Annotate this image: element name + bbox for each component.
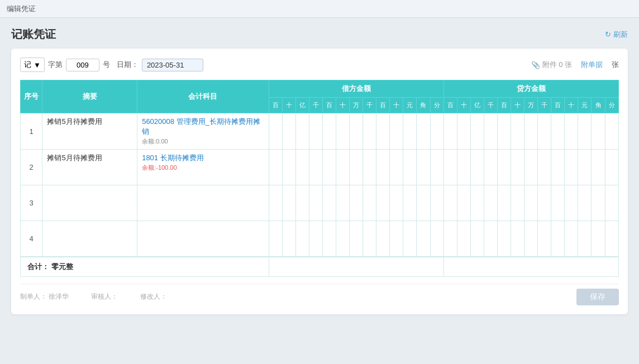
debit-digit-cell[interactable] [376,113,390,150]
debit-digit-cell[interactable] [363,221,376,257]
credit-digit-cell[interactable] [538,150,551,185]
credit-digit-cell[interactable] [578,113,592,150]
row-summary[interactable]: 摊销5月待摊费用 [42,150,137,185]
debit-digit-cell[interactable] [376,185,390,221]
table-row[interactable]: 2摊销5月待摊费用1801 长期待摊费用余额:-100.00 [21,150,619,185]
zi-input[interactable] [66,59,99,71]
credit-digit-cell[interactable] [565,113,578,150]
debit-digit-cell[interactable] [403,150,417,185]
credit-digit-cell[interactable] [497,185,511,221]
debit-digit-cell[interactable] [269,221,282,257]
credit-digit-cell[interactable] [457,221,470,257]
row-summary[interactable]: 摊销5月待摊费用 [42,113,137,150]
debit-digit-cell[interactable] [403,185,417,221]
credit-digit-cell[interactable] [470,221,484,257]
debit-digit-cell[interactable] [309,113,322,150]
credit-digit-cell[interactable] [444,150,457,185]
credit-digit-cell[interactable] [551,185,565,221]
debit-digit-cell[interactable] [350,221,363,257]
row-summary[interactable] [42,185,137,221]
debit-digit-cell[interactable] [363,185,376,221]
row-account[interactable] [137,185,269,221]
credit-digit-cell[interactable] [457,185,470,221]
debit-digit-cell[interactable] [322,185,336,221]
debit-digit-cell[interactable] [269,113,282,150]
debit-digit-cell[interactable] [417,113,430,150]
credit-digit-cell[interactable] [484,185,497,221]
ji-select[interactable]: 记 ▼ [20,58,45,72]
credit-digit-cell[interactable] [592,221,605,257]
credit-digit-cell[interactable] [551,150,565,185]
credit-digit-cell[interactable] [565,185,578,221]
credit-digit-cell[interactable] [538,221,551,257]
credit-digit-cell[interactable] [497,150,511,185]
debit-digit-cell[interactable] [417,185,430,221]
attach-button[interactable]: 📎 附件 0 张 [531,60,572,70]
credit-digit-cell[interactable] [511,113,524,150]
table-row[interactable]: 4 [21,221,619,257]
debit-digit-cell[interactable] [282,221,295,257]
credit-digit-cell[interactable] [605,221,618,257]
row-summary[interactable] [42,221,137,257]
credit-digit-cell[interactable] [497,221,511,257]
debit-digit-cell[interactable] [295,221,309,257]
debit-digit-cell[interactable] [322,150,336,185]
credit-digit-cell[interactable] [470,185,484,221]
debit-digit-cell[interactable] [430,150,444,185]
debit-digit-cell[interactable] [390,113,403,150]
credit-digit-cell[interactable] [538,113,551,150]
debit-digit-cell[interactable] [336,221,349,257]
debit-digit-cell[interactable] [282,185,295,221]
table-row[interactable]: 1摊销5月待摊费用56020008 管理费用_长期待摊费用摊销余额:0.00 [21,113,619,150]
debit-digit-cell[interactable] [336,185,349,221]
row-account[interactable]: 56020008 管理费用_长期待摊费用摊销余额:0.00 [137,113,269,150]
debit-digit-cell[interactable] [309,185,322,221]
debit-digit-cell[interactable] [376,150,390,185]
debit-digit-cell[interactable] [295,113,309,150]
debit-digit-cell[interactable] [403,113,417,150]
debit-digit-cell[interactable] [295,185,309,221]
debit-digit-cell[interactable] [363,113,376,150]
credit-digit-cell[interactable] [484,113,497,150]
debit-digit-cell[interactable] [350,185,363,221]
debit-digit-cell[interactable] [269,185,282,221]
debit-digit-cell[interactable] [390,185,403,221]
credit-digit-cell[interactable] [470,113,484,150]
save-button[interactable]: 保存 [576,289,619,305]
credit-digit-cell[interactable] [444,185,457,221]
credit-digit-cell[interactable] [592,185,605,221]
debit-digit-cell[interactable] [350,113,363,150]
credit-digit-cell[interactable] [538,185,551,221]
attach-single-button[interactable]: 附单据 [581,60,603,70]
debit-digit-cell[interactable] [309,150,322,185]
row-account[interactable] [137,221,269,257]
credit-digit-cell[interactable] [524,221,538,257]
debit-digit-cell[interactable] [390,150,403,185]
credit-digit-cell[interactable] [605,113,618,150]
credit-digit-cell[interactable] [578,221,592,257]
debit-digit-cell[interactable] [363,150,376,185]
debit-digit-cell[interactable] [403,221,417,257]
credit-digit-cell[interactable] [524,185,538,221]
row-account[interactable]: 1801 长期待摊费用余额:-100.00 [137,150,269,185]
credit-digit-cell[interactable] [470,150,484,185]
debit-digit-cell[interactable] [350,150,363,185]
credit-digit-cell[interactable] [444,221,457,257]
table-row[interactable]: 3 [21,185,619,221]
credit-digit-cell[interactable] [484,150,497,185]
debit-digit-cell[interactable] [390,221,403,257]
debit-digit-cell[interactable] [417,150,430,185]
credit-digit-cell[interactable] [511,221,524,257]
credit-digit-cell[interactable] [592,113,605,150]
debit-digit-cell[interactable] [309,221,322,257]
credit-digit-cell[interactable] [484,221,497,257]
credit-digit-cell[interactable] [578,150,592,185]
credit-digit-cell[interactable] [444,113,457,150]
credit-digit-cell[interactable] [511,185,524,221]
credit-digit-cell[interactable] [457,113,470,150]
credit-digit-cell[interactable] [524,113,538,150]
debit-digit-cell[interactable] [336,150,349,185]
debit-digit-cell[interactable] [336,113,349,150]
credit-digit-cell[interactable] [497,113,511,150]
refresh-button[interactable]: ↻ 刷新 [605,30,628,40]
